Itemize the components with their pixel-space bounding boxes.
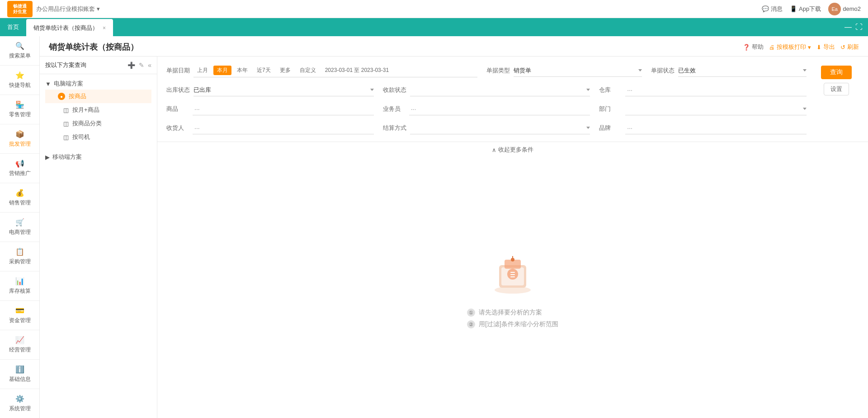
app-download-button[interactable]: 📱 App下载 [790, 5, 821, 13]
pc-section-label: 电脑端方案 [54, 80, 83, 88]
goods-control[interactable]: ··· [193, 103, 374, 115]
export-icon: ⬇ [816, 44, 821, 51]
brand-dots[interactable]: ··· [627, 124, 632, 132]
svg-rect-6 [510, 276, 515, 277]
settings-button[interactable]: 设置 [824, 83, 849, 95]
collapse-button[interactable]: ∧ 收起更多条件 [492, 146, 533, 154]
split-panel: 按以下方案查询 ➕ ✎ « ▼ 电脑端方案 [40, 57, 868, 418]
print-chevron-icon: ▾ [808, 44, 811, 51]
receiver-dots[interactable]: ··· [194, 124, 200, 132]
purchase-icon: 📋 [15, 247, 24, 256]
dept-select[interactable] [625, 108, 807, 110]
scheme-item-by-month-goods[interactable]: ◫ 按月+商品 [45, 103, 151, 117]
recv-status-label: 收款状态 [383, 86, 406, 94]
tab-home-label: 首页 [7, 23, 19, 31]
scheme-edit-button[interactable]: ✎ [139, 62, 144, 69]
export-button[interactable]: ⬇ 导出 [816, 43, 835, 51]
empty-illustration [486, 247, 540, 301]
goods-dots[interactable]: ··· [194, 105, 200, 113]
date-btn-this-month[interactable]: 本月 [213, 66, 231, 75]
sidebar-item-marketing[interactable]: 📢 营销推广 [0, 154, 39, 183]
sidebar-item-finance[interactable]: 💳 资金管理 [0, 301, 39, 330]
payment-select[interactable] [410, 127, 590, 129]
warehouse-control[interactable]: ··· [625, 84, 807, 96]
date-btn-custom[interactable]: 自定义 [296, 66, 320, 75]
scheme-header: 按以下方案查询 ➕ ✎ « [40, 57, 157, 74]
stock-status-label: 出库状态 [166, 86, 190, 94]
print-button[interactable]: 🖨 按模板打印 ▾ [769, 43, 811, 51]
sidebar-item-wholesale[interactable]: 📦 批发管理 [0, 124, 39, 154]
date-btn-more[interactable]: 更多 [276, 66, 294, 75]
sidebar-item-sales[interactable]: 💰 销售管理 [0, 183, 39, 213]
scheme-item-by-goods-category[interactable]: ◫ 按商品分类 [45, 117, 151, 130]
sidebar-item-search[interactable]: 🔍 搜索菜单 [0, 36, 39, 66]
doc-status-control[interactable]: 已生效 [678, 64, 807, 77]
pc-section-arrow: ▼ [45, 81, 51, 87]
filter-date-item: 单据日期 上月 本月 本年 近7天 更多 [166, 64, 477, 77]
tab-active-label: 销货单统计表（按商品） [33, 24, 98, 32]
date-btn-this-year[interactable]: 本年 [233, 66, 251, 75]
scheme-item-by-driver[interactable]: ◫ 按司机 [45, 130, 151, 144]
sidebar-item-quick-nav[interactable]: ⭐ 快捷导航 [0, 66, 39, 95]
brand-name: 畅捷通好生意 [13, 4, 27, 14]
doc-status-label: 单据状态 [651, 66, 675, 75]
stock-status-select[interactable]: 已出库 [193, 86, 374, 94]
date-btn-last-month[interactable]: 上月 [193, 66, 212, 75]
scheme-collapse-button[interactable]: « [148, 62, 151, 69]
sidebar-item-inventory[interactable]: 📊 库存核算 [0, 271, 39, 301]
doc-type-select[interactable]: 销货单 [514, 66, 642, 75]
doc-type-control[interactable]: 销货单 [514, 64, 642, 77]
empty-state: ① 请先选择要分析的方案 ② 用[过滤]条件来缩小分析范围 [157, 157, 868, 418]
workspace-selector[interactable]: 办公用品行业模拟账套 ▾ [36, 5, 100, 13]
doc-status-select[interactable]: 已生效 [678, 66, 807, 75]
scheme-item-icon: ● [58, 93, 65, 100]
tab-home[interactable]: 首页 [0, 18, 26, 36]
recv-status-control[interactable] [410, 84, 590, 96]
date-label: 单据日期 [166, 66, 190, 75]
ecommerce-icon: 🛒 [15, 218, 24, 227]
query-button[interactable]: 查询 [821, 66, 852, 79]
sidebar-item-label: 经营管理 [9, 346, 31, 354]
dept-control[interactable] [625, 103, 807, 115]
scheme-panel: 按以下方案查询 ➕ ✎ « ▼ 电脑端方案 [40, 57, 157, 418]
refresh-button[interactable]: ↺ 刷新 [840, 43, 859, 51]
warehouse-dots[interactable]: ··· [627, 86, 632, 94]
recv-status-chevron-icon [586, 89, 590, 91]
staff-control[interactable]: ··· [409, 103, 590, 115]
message-label: 消息 [771, 5, 783, 13]
user-profile-button[interactable]: Ea demo2 [828, 3, 861, 15]
recv-status-select[interactable] [410, 89, 590, 91]
stock-status-control[interactable]: 已出库 [193, 84, 374, 96]
brand-control[interactable]: ··· [625, 122, 807, 134]
scheme-sub-icon2: ◫ [63, 120, 69, 127]
scheme-pc-section-title[interactable]: ▼ 电脑端方案 [45, 78, 151, 90]
tab-maximize-button[interactable]: ⛶ [855, 23, 863, 31]
receiver-control[interactable]: ··· [193, 122, 374, 134]
payment-control[interactable] [410, 122, 590, 134]
tab-close-button[interactable]: × [103, 25, 106, 31]
empty-tips: ① 请先选择要分析的方案 ② 用[过滤]条件来缩小分析范围 [467, 309, 558, 328]
staff-dots[interactable]: ··· [411, 105, 416, 113]
date-btn-7days[interactable]: 近7天 [253, 66, 274, 75]
main-area: 🔍 搜索菜单 ⭐ 快捷导航 🏪 零售管理 📦 批发管理 📢 营销推广 💰 [0, 36, 868, 418]
workspace-label: 办公用品行业模拟账套 [36, 5, 95, 13]
tab-minimize-button[interactable]: — [844, 23, 852, 31]
sidebar-item-label: 批发管理 [9, 140, 31, 148]
scheme-item-by-goods[interactable]: ● 按商品 [45, 90, 151, 103]
filter-collapse-bar[interactable]: ∧ 收起更多条件 [157, 142, 868, 157]
sidebar-item-purchase[interactable]: 📋 采购管理 [0, 242, 39, 271]
payment-chevron-icon [586, 127, 590, 129]
sidebar-item-ecommerce[interactable]: 🛒 电商管理 [0, 213, 39, 242]
sidebar-item-retail[interactable]: 🏪 零售管理 [0, 95, 39, 124]
tab-active[interactable]: 销货单统计表（按商品） × [26, 19, 113, 37]
sidebar-item-label: 零售管理 [9, 111, 31, 119]
message-button[interactable]: 💬 消息 [762, 5, 783, 13]
scheme-mobile-section-title[interactable]: ▶ 移动端方案 [45, 151, 151, 163]
page-title: 销货单统计表（按商品） [49, 42, 138, 52]
help-button[interactable]: ❓ 帮助 [743, 43, 764, 51]
sidebar-item-system[interactable]: ⚙️ 系统管理 [0, 389, 39, 418]
sidebar-item-operations[interactable]: 📈 经营管理 [0, 330, 39, 360]
sidebar-item-basic-info[interactable]: ℹ️ 基础信息 [0, 360, 39, 389]
scheme-sub-label: 按月+商品 [72, 106, 99, 114]
scheme-add-button[interactable]: ➕ [127, 62, 135, 69]
